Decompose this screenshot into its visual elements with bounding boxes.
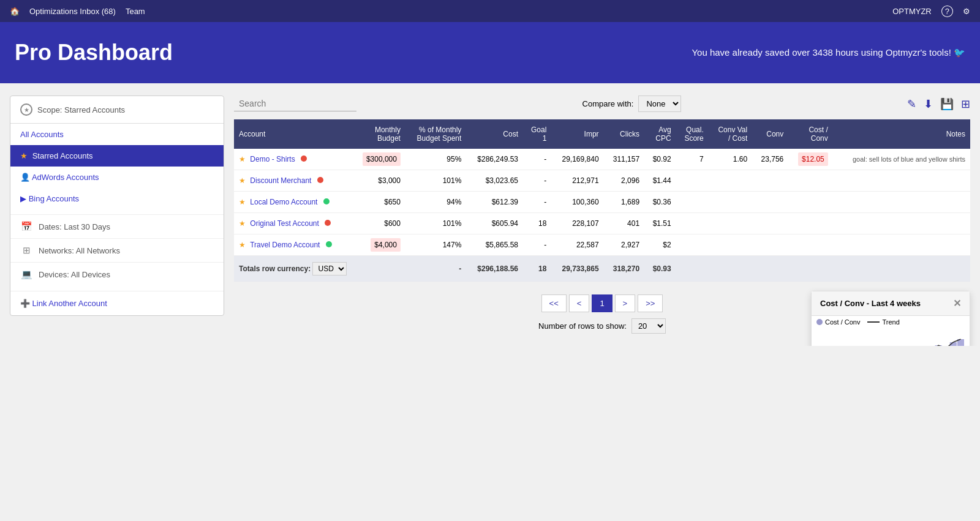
scope-header: ★ Scope: Starred Accounts: [10, 96, 224, 124]
table-header-row: Account MonthlyBudget % of MonthlyBudget…: [234, 119, 970, 149]
calendar-icon: 📅: [20, 221, 32, 232]
cell-impr: 29,169,840: [551, 149, 603, 170]
cell-avg-cpc: $1.51: [644, 213, 676, 234]
totals-cost: $296,188.56: [466, 256, 523, 282]
compare-bar: Compare with: None: [582, 96, 682, 112]
help-icon[interactable]: ?: [941, 6, 953, 17]
popup-title: Cost / Conv - Last 4 weeks: [820, 299, 921, 308]
cell-cost: $605.94: [466, 213, 523, 234]
adwords-label: AdWords Accounts: [32, 173, 99, 182]
currency-select[interactable]: USD: [312, 262, 347, 275]
devices-filter[interactable]: 💻 Devices: All Devices: [10, 262, 224, 286]
sidebar-item-starred-accounts[interactable]: ★ Starred Accounts: [10, 145, 224, 167]
prev-page-btn[interactable]: <: [569, 294, 590, 312]
next-page-btn[interactable]: >: [615, 294, 636, 312]
cell-avg-cpc: $0.92: [644, 149, 676, 170]
account-link[interactable]: Discount Merchant: [250, 176, 311, 185]
status-dot: [325, 220, 331, 226]
legend-trend-label: Trend: [882, 318, 899, 326]
sidebar-item-all-accounts[interactable]: All Accounts: [10, 124, 224, 145]
cell-avg-cpc: $1.44: [644, 170, 676, 192]
person-icon: 👤: [20, 173, 32, 182]
networks-filter[interactable]: ⊞ Networks: All Networks: [10, 238, 224, 262]
col-impr: Impr: [551, 119, 603, 149]
tagline: You have already saved over 3438 hours u…: [692, 47, 965, 58]
bing-link[interactable]: ▶ Bing Accounts: [20, 194, 79, 203]
compare-label: Compare with:: [582, 99, 634, 108]
row-star-icon: ★: [239, 198, 246, 206]
col-pct-budget: % of MonthlyBudget Spent: [405, 119, 466, 149]
link-account-section: ➕ Link Another Account: [10, 291, 224, 315]
user-label[interactable]: OPTMYZR: [892, 7, 932, 16]
cell-monthly-budget: $3,000: [352, 170, 405, 192]
inbox-label[interactable]: Optimizations Inbox (68): [29, 7, 116, 16]
cell-cost: $286,249.53: [466, 149, 523, 170]
popup-close-button[interactable]: ✕: [953, 298, 961, 309]
legend-cost-conv-label: Cost / Conv: [825, 318, 860, 326]
compare-select[interactable]: None: [638, 96, 681, 112]
adwords-link[interactable]: 👤 AdWords Accounts: [20, 173, 99, 182]
cell-cost: $3,023.65: [466, 170, 523, 192]
arrow-icon: ▶: [20, 194, 29, 203]
cell-cost-conv: [788, 213, 832, 234]
all-accounts-link[interactable]: All Accounts: [20, 130, 64, 139]
first-page-btn[interactable]: <<: [541, 294, 567, 312]
col-monthly-budget: MonthlyBudget: [352, 119, 405, 149]
cell-qual-score: [676, 213, 709, 234]
rows-per-page-select[interactable]: 20 50 100: [631, 318, 666, 334]
account-link[interactable]: Local Demo Account: [250, 198, 317, 206]
account-link[interactable]: Original Test Account: [250, 219, 319, 228]
totals-impr: 29,733,865: [551, 256, 603, 282]
cell-monthly-budget: $600: [352, 213, 405, 234]
cell-notes: [833, 213, 970, 234]
table-row: ★ Travel Demo Account $4,000 147% $5,865…: [234, 234, 970, 256]
last-page-btn[interactable]: >>: [638, 294, 663, 312]
cell-account: ★ Local Demo Account: [234, 192, 352, 213]
sidebar-item-bing[interactable]: ▶ Bing Accounts: [10, 188, 224, 209]
top-nav: 🏠 Optimizations Inbox (68) Team OPTMYZR …: [0, 0, 980, 22]
cell-clicks: 2,096: [604, 170, 645, 192]
dates-filter[interactable]: 📅 Dates: Last 30 Days: [10, 214, 224, 238]
totals-avg-cpc: $0.93: [644, 256, 676, 282]
totals-goal: 18: [523, 256, 551, 282]
search-input[interactable]: [234, 96, 356, 111]
download-icon[interactable]: ⬇: [924, 97, 933, 111]
sidebar-item-adwords[interactable]: 👤 AdWords Accounts: [10, 167, 224, 188]
totals-cost-conv: [788, 256, 832, 282]
home-icon[interactable]: 🏠: [10, 7, 20, 16]
row-star-icon: ★: [239, 241, 246, 249]
row-star-icon: ★: [239, 176, 246, 185]
cell-qual-score: [676, 192, 709, 213]
cell-pct-budget: 94%: [405, 192, 466, 213]
cell-clicks: 311,157: [604, 149, 645, 170]
edit-icon[interactable]: ✎: [907, 97, 916, 111]
settings-icon[interactable]: ⚙: [963, 7, 970, 16]
cell-account: ★ Travel Demo Account: [234, 234, 352, 256]
legend-trend-line: [867, 321, 880, 323]
account-link[interactable]: Travel Demo Account: [250, 241, 320, 249]
status-dot: [317, 177, 323, 183]
columns-icon[interactable]: ⊞: [961, 97, 970, 111]
current-page-btn[interactable]: 1: [592, 294, 612, 312]
cell-pct-budget: 95%: [405, 149, 466, 170]
account-link[interactable]: Demo - Shirts: [250, 155, 295, 163]
cell-conv-val-cost: [709, 170, 752, 192]
link-account-button[interactable]: ➕ Link Another Account: [20, 299, 107, 308]
table-row: ★ Discount Merchant $3,000 101% $3,023.6…: [234, 170, 970, 192]
col-conv: Conv: [752, 119, 788, 149]
popup-header: Cost / Conv - Last 4 weeks ✕: [812, 291, 970, 316]
cell-goal: -: [523, 170, 551, 192]
cell-conv: [752, 170, 788, 192]
legend-trend: Trend: [867, 318, 899, 326]
cell-conv: 23,756: [752, 149, 788, 170]
cell-avg-cpc: $0.36: [644, 192, 676, 213]
cell-notes: [833, 234, 970, 256]
team-label[interactable]: Team: [126, 7, 145, 16]
cell-pct-budget: 101%: [405, 213, 466, 234]
main-layout: ★ Scope: Starred Accounts All Accounts ★…: [0, 83, 980, 346]
devices-label: Devices: All Devices: [39, 270, 110, 279]
cell-notes: [833, 170, 970, 192]
save-icon[interactable]: 💾: [940, 97, 954, 111]
cell-impr: 228,107: [551, 213, 603, 234]
totals-conv: [752, 256, 788, 282]
